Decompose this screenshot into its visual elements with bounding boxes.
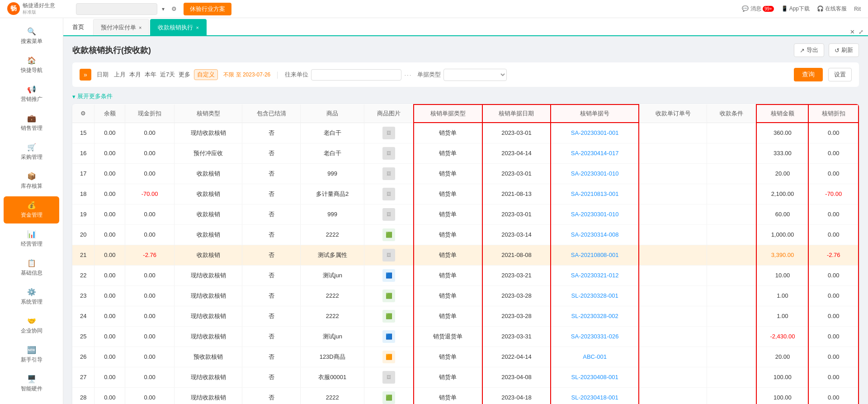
cell-receipt-order-no [639, 326, 707, 347]
sidebar-item-shortcut[interactable]: 🏠 快捷导航 [4, 52, 59, 79]
cell-verify-doc-no[interactable]: SA-20230301-010 [551, 204, 639, 224]
th-verify-doc-no: 核销单据号 [551, 105, 639, 123]
date-this-year[interactable]: 本年 [145, 71, 156, 79]
sidebar-item-sales[interactable]: 💼 销售管理 [4, 109, 59, 137]
verify-doc-link[interactable]: SA-20230301-001 [571, 129, 619, 136]
cell-product: 123D商品 [301, 347, 364, 367]
date-custom[interactable]: 自定义 [194, 69, 218, 80]
from-unit-input[interactable] [311, 69, 401, 81]
app-download[interactable]: 📱 App下载 [781, 5, 810, 13]
cell-verify-doc-no[interactable]: SL-20230408-001 [551, 367, 639, 387]
cell-product: 2222 [301, 387, 364, 404]
sidebar-item-system[interactable]: ⚙️ 系统管理 [4, 283, 59, 310]
sidebar-item-corp[interactable]: 🤝 企业协同 [4, 312, 59, 339]
expand-more-bar[interactable]: ▾ 展开更多条件 [72, 92, 859, 100]
dropdown-arrow[interactable]: ▾ [162, 6, 165, 12]
sidebar-item-purchase[interactable]: 🛒 采购管理 [4, 138, 59, 166]
date-last-month[interactable]: 上月 [114, 71, 126, 79]
th-product: 商品 [301, 105, 364, 123]
settings-button[interactable]: 设置 [828, 68, 852, 81]
cell-verify-doc-date: 2023-03-01 [482, 163, 551, 184]
cell-write-off-amount: 20.00 [756, 163, 808, 184]
verify-doc-link[interactable]: SA-20210813-001 [571, 190, 619, 197]
tab-prepay[interactable]: 预付冲应付单 × [93, 19, 149, 35]
cell-cash-discount: 0.00 [125, 143, 175, 163]
cell-include-settled: 否 [242, 285, 300, 306]
doc-type-select[interactable] [443, 69, 507, 81]
sidebar-item-finance[interactable]: 💰 资金管理 [4, 196, 59, 223]
cell-verify-doc-no[interactable]: SL-20230418-001 [551, 387, 639, 404]
verify-doc-link[interactable]: SA-20230301-010 [571, 211, 619, 218]
cell-verify-doc-type: 销货单 [414, 163, 482, 184]
tab-expand-icon[interactable]: ⤢ [859, 29, 863, 35]
cell-cash-discount: 0.00 [125, 163, 175, 184]
cell-seq: 19 [72, 204, 94, 224]
cell-verify-doc-no[interactable]: SA-20230331-026 [551, 326, 639, 347]
cell-verify-doc-no[interactable]: SL-20230328-002 [551, 306, 639, 326]
online-service[interactable]: 🎧 在线客服 [817, 5, 847, 13]
sidebar-item-search[interactable]: 🔍 搜索菜单 [4, 23, 59, 50]
user-avatar[interactable]: Rit [854, 6, 861, 12]
verify-doc-link[interactable]: SL-20230418-001 [571, 394, 618, 401]
cell-verify-doc-no[interactable]: SA-20230301-001 [551, 123, 639, 143]
message-icon[interactable]: 💬 消息 99+ [742, 5, 774, 13]
sidebar-item-inventory[interactable]: 📦 库存核算 [4, 167, 59, 195]
cell-verify-doc-no[interactable]: SL-20230328-001 [551, 285, 639, 306]
filter-bar: » 日期 上月 本月 本年 近7天 更多 自定义 不限 至 2023-07-26… [72, 62, 859, 87]
cell-verify-doc-type: 销货单 [414, 204, 482, 224]
refresh-button[interactable]: ↺ 刷新 [829, 43, 859, 57]
sidebar-item-guide[interactable]: 🆕 新手引导 [4, 341, 59, 368]
cell-verify-doc-no[interactable]: SA-20230301-010 [551, 163, 639, 184]
cell-verify-doc-no[interactable]: SA-20210808-001 [551, 245, 639, 265]
cell-write-off-discount: 0.00 [808, 306, 859, 326]
industry-solution-button[interactable]: 休验行业方案 [184, 3, 231, 15]
verify-doc-link[interactable]: SA-20210808-001 [571, 252, 619, 258]
cell-verify-doc-no[interactable]: SA-20230414-017 [551, 143, 639, 163]
cell-product-img: 🟦 [364, 265, 414, 285]
query-button[interactable]: 查询 [794, 68, 823, 81]
sidebar-item-operation[interactable]: 📊 经营管理 [4, 225, 59, 252]
verify-doc-link[interactable]: SA-20230321-012 [571, 272, 619, 279]
verify-doc-link[interactable]: SL-20230328-001 [571, 292, 618, 299]
cell-cash-discount: 0.00 [125, 204, 175, 224]
filter-toggle[interactable]: » [80, 69, 91, 81]
gear-icon[interactable]: ⚙ [169, 4, 179, 14]
logo-badge: 标准版 [23, 9, 55, 15]
cell-write-off-amount: 2,100.00 [756, 184, 808, 204]
cell-verify-doc-no[interactable]: ABC-001 [551, 347, 639, 367]
cell-verify-doc-type: 销货单 [414, 265, 482, 285]
date-7days[interactable]: 近7天 [160, 71, 175, 79]
sidebar-item-basic[interactable]: 📋 基础信息 [4, 254, 59, 281]
verify-doc-link[interactable]: ABC-001 [583, 353, 607, 360]
cell-verify-doc-type: 销货单 [414, 367, 482, 387]
sidebar: 🔍 搜索菜单 🏠 快捷导航 📢 营销推广 💼 销售管理 🛒 采购管理 📦 库存核… [0, 18, 63, 404]
date-this-month[interactable]: 本月 [129, 71, 141, 79]
tab-home[interactable]: 首页 [63, 19, 93, 35]
cell-verify-doc-no[interactable]: SA-20230321-012 [551, 265, 639, 285]
verify-doc-link[interactable]: SA-20230414-017 [571, 150, 619, 157]
from-unit-label: 往来单位 [285, 71, 308, 79]
tab-prepay-close[interactable]: × [139, 25, 142, 30]
verify-doc-link[interactable]: SL-20230408-001 [571, 374, 618, 380]
search-icon: 🔍 [27, 27, 36, 36]
sidebar-label-system: 系统管理 [21, 298, 42, 306]
tab-close-all-icon[interactable]: ✕ [850, 29, 855, 35]
export-button[interactable]: ↗ 导出 [794, 43, 824, 57]
sidebar-item-marketing[interactable]: 📢 营销推广 [4, 81, 59, 108]
sidebar-item-hardware[interactable]: 🖥️ 智能硬件 [4, 370, 59, 397]
cell-verify-doc-no[interactable]: SA-20210813-001 [551, 184, 639, 204]
tab-writeoff[interactable]: 收款核销执行 × [150, 19, 206, 35]
cell-balance: 0.00 [94, 245, 125, 265]
cell-seq: 17 [72, 163, 94, 184]
verify-doc-link[interactable]: SA-20230314-008 [571, 231, 619, 238]
verify-doc-link[interactable]: SA-20230301-010 [571, 170, 619, 177]
date-more[interactable]: 更多 [179, 71, 190, 79]
cell-receipt-condition [707, 143, 757, 163]
verify-doc-link[interactable]: SL-20230328-002 [571, 313, 618, 319]
tab-writeoff-close[interactable]: × [196, 25, 198, 30]
cell-receipt-order-no [639, 387, 707, 404]
sidebar-item-wechat[interactable]: 💬 企业微信 [4, 399, 59, 404]
cell-verify-doc-no[interactable]: SA-20230314-008 [551, 224, 639, 245]
verify-doc-link[interactable]: SA-20230331-026 [571, 333, 619, 340]
cell-receipt-condition [707, 306, 757, 326]
